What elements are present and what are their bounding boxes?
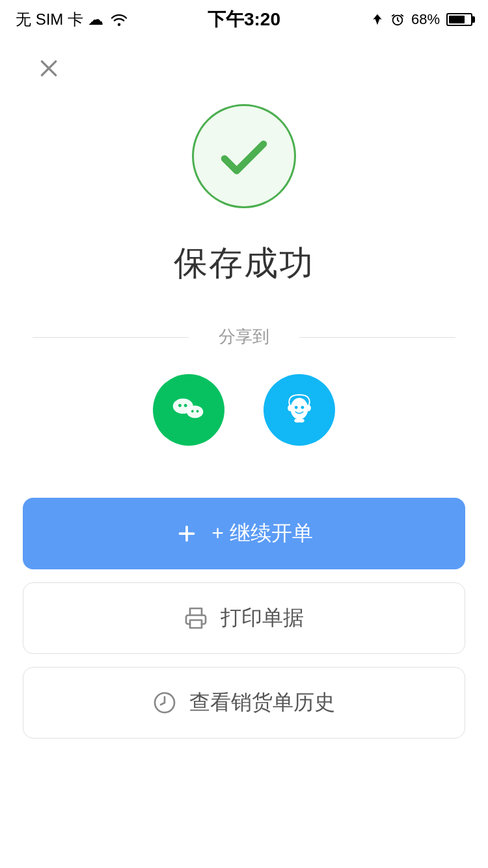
close-button[interactable] (33, 52, 65, 85)
svg-point-11 (301, 406, 304, 409)
qq-share-button[interactable] (264, 374, 335, 446)
action-buttons: + 继续开单 打印单据 查看销货单历史 (23, 498, 465, 739)
wifi-icon (110, 13, 128, 26)
history-icon (153, 691, 176, 714)
share-label: 分享到 (206, 325, 282, 348)
share-icons (153, 374, 335, 446)
wechat-share-button[interactable] (153, 374, 224, 446)
status-bar: 无 SIM 卡 ☁ 下午3:20 68% (0, 0, 488, 39)
share-section: 分享到 (0, 325, 488, 446)
success-title: 保存成功 (174, 241, 314, 286)
success-icon-circle (192, 104, 296, 208)
svg-point-4 (187, 405, 203, 418)
sim-status: 无 SIM 卡 ☁ (16, 9, 103, 30)
battery-icon (446, 13, 472, 26)
svg-point-6 (184, 404, 187, 407)
status-left: 无 SIM 卡 ☁ (16, 9, 128, 30)
svg-point-5 (178, 404, 182, 407)
continue-button[interactable]: + 继续开单 (23, 498, 465, 569)
status-right: 68% (371, 11, 472, 28)
print-label: 打印单据 (221, 604, 304, 632)
svg-point-15 (298, 419, 305, 423)
svg-point-9 (290, 398, 308, 420)
location-icon (371, 13, 384, 26)
main-content: 保存成功 分享到 (0, 39, 488, 739)
svg-point-7 (191, 410, 194, 413)
svg-point-8 (197, 410, 199, 413)
wechat-icon (169, 390, 209, 430)
history-label: 查看销货单历史 (189, 688, 335, 717)
svg-rect-18 (190, 620, 202, 628)
continue-label: + 继续开单 (211, 519, 313, 548)
battery-text: 68% (411, 11, 440, 28)
alarm-icon (390, 12, 405, 27)
svg-point-10 (295, 406, 298, 409)
print-button[interactable]: 打印单据 (23, 582, 465, 654)
history-button[interactable]: 查看销货单历史 (23, 667, 465, 739)
status-time: 下午3:20 (208, 7, 280, 32)
plus-icon (175, 522, 198, 545)
svg-point-13 (306, 405, 311, 411)
checkmark-icon (215, 127, 273, 185)
svg-point-12 (288, 405, 292, 411)
share-divider: 分享到 (0, 325, 488, 348)
printer-icon (184, 606, 208, 630)
qq-icon (279, 390, 319, 430)
